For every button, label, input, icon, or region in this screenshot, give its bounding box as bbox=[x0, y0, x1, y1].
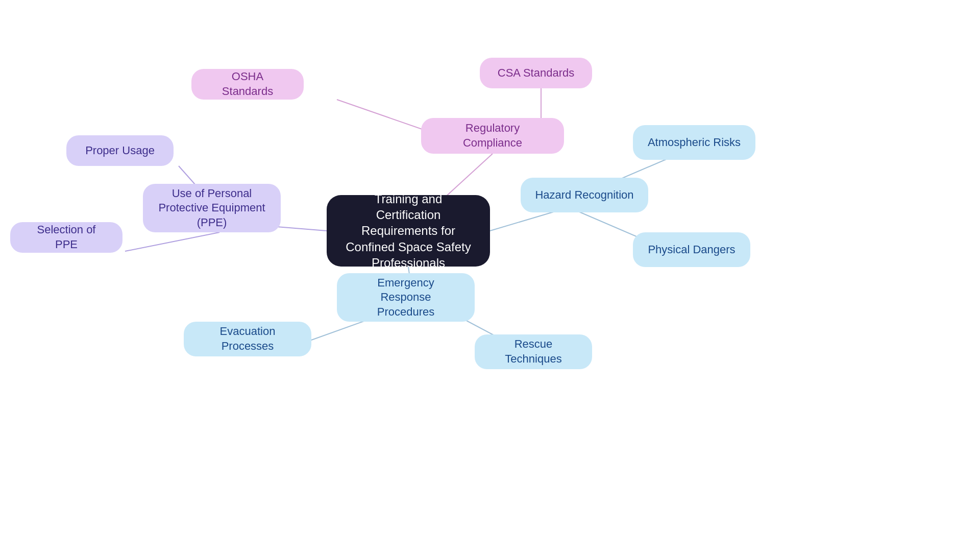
rescue-techniques-node[interactable]: Rescue Techniques bbox=[475, 334, 592, 369]
ppe-use-label: Use of Personal Protective Equipment (PP… bbox=[157, 186, 266, 230]
atmospheric-risks-label: Atmospheric Risks bbox=[648, 135, 741, 150]
physical-dangers-label: Physical Dangers bbox=[648, 243, 735, 257]
selection-ppe-node[interactable]: Selection of PPE bbox=[10, 222, 122, 253]
csa-label: CSA Standards bbox=[498, 66, 574, 81]
regulatory-compliance-node[interactable]: Regulatory Compliance bbox=[421, 118, 564, 154]
svg-line-7 bbox=[125, 232, 219, 251]
selection-ppe-label: Selection of PPE bbox=[24, 223, 108, 252]
emergency-response-node[interactable]: Emergency Response Procedures bbox=[337, 273, 475, 322]
center-label: Training and Certification Requirements … bbox=[341, 191, 476, 271]
osha-standards-node[interactable]: OSHA Standards bbox=[191, 69, 304, 100]
atmospheric-risks-node[interactable]: Atmospheric Risks bbox=[633, 125, 755, 160]
evacuation-label: Evacuation Processes bbox=[198, 324, 297, 353]
hazard-recognition-label: Hazard Recognition bbox=[535, 188, 633, 203]
proper-usage-label: Proper Usage bbox=[85, 143, 155, 158]
rescue-techniques-label: Rescue Techniques bbox=[489, 337, 578, 366]
hazard-recognition-node[interactable]: Hazard Recognition bbox=[521, 178, 648, 212]
csa-standards-node[interactable]: CSA Standards bbox=[480, 58, 592, 88]
emergency-response-label: Emergency Response Procedures bbox=[351, 276, 460, 320]
ppe-use-node[interactable]: Use of Personal Protective Equipment (PP… bbox=[143, 184, 281, 232]
proper-usage-node[interactable]: Proper Usage bbox=[66, 135, 174, 166]
evacuation-processes-node[interactable]: Evacuation Processes bbox=[184, 322, 311, 356]
osha-label: OSHA Standards bbox=[206, 69, 289, 99]
regulatory-compliance-label: Regulatory Compliance bbox=[435, 121, 550, 150]
center-node[interactable]: Training and Certification Requirements … bbox=[327, 195, 490, 267]
physical-dangers-node[interactable]: Physical Dangers bbox=[633, 232, 750, 267]
